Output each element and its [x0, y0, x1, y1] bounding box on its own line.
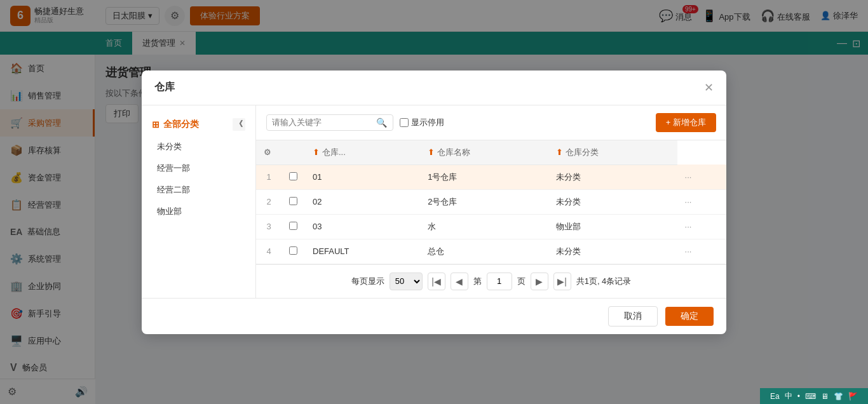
taskbar-icon-2[interactable]: • — [797, 392, 800, 401]
table-row[interactable]: 1 01 1号仓库 未分类 ··· — [256, 165, 726, 189]
search-input[interactable] — [272, 118, 374, 127]
taskbar: Ea 中 • ⌨ 🖥 👕 🚩 — [760, 388, 868, 404]
table-panel: 🔍 显示停用 + 新增仓库 ⚙ — [256, 105, 726, 298]
confirm-button[interactable]: 确定 — [665, 307, 714, 326]
row-2-checkbox[interactable] — [281, 189, 305, 214]
cancel-button[interactable]: 取消 — [608, 306, 658, 327]
tree-all-category[interactable]: ⊞ 全部分类 《 — [142, 113, 255, 136]
row-3-checkbox[interactable] — [281, 214, 305, 239]
row-2-name: 2号仓库 — [420, 189, 548, 214]
next-page-button[interactable]: ▶ — [531, 273, 548, 290]
table-row[interactable]: 4 DEFAULT 总仓 未分类 ··· — [256, 239, 726, 264]
per-page-label: 每页显示 — [351, 276, 384, 287]
show-disabled-label: 显示停用 — [411, 117, 444, 128]
modal-header: 仓库 ✕ — [142, 71, 726, 105]
grid-icon: ⊞ — [152, 119, 159, 130]
warehouse-table: ⚙ ⬆仓库... ⬆仓库名称 ⬆仓库分类 1 01 — [256, 140, 726, 264]
taskbar-icon-3[interactable]: ⌨ — [805, 392, 816, 401]
col-checkbox — [281, 140, 305, 165]
row-4-category: 未分类 — [548, 239, 677, 264]
tree-collapse-button[interactable]: 《 — [233, 118, 245, 131]
show-disabled-checkbox[interactable] — [400, 118, 409, 127]
gear-icon: ⚙ — [264, 147, 271, 157]
row-4-checkbox[interactable] — [281, 239, 305, 264]
taskbar-icon-5[interactable]: 👕 — [834, 392, 843, 401]
add-warehouse-button[interactable]: + 新增仓库 — [656, 113, 716, 132]
table-body: 1 01 1号仓库 未分类 ··· 2 02 2 — [256, 165, 726, 264]
col-category: ⬆仓库分类 — [548, 140, 677, 165]
row-1-code: 01 — [305, 165, 420, 189]
table-toolbar: 🔍 显示停用 + 新增仓库 — [256, 105, 726, 140]
prev-page-button[interactable]: ◀ — [451, 273, 468, 290]
row-4-more[interactable]: ··· — [677, 239, 726, 264]
show-disabled-wrap: 显示停用 — [400, 117, 444, 128]
row-3-num: 3 — [256, 214, 281, 239]
row-1-num: 1 — [256, 165, 281, 189]
page-word: 第 — [473, 276, 482, 287]
taskbar-label: Ea — [770, 392, 780, 401]
last-page-button[interactable]: ▶| — [553, 273, 571, 290]
row-4-code: DEFAULT — [305, 239, 420, 264]
table-row[interactable]: 3 03 水 物业部 ··· — [256, 214, 726, 239]
table-header: ⚙ ⬆仓库... ⬆仓库名称 ⬆仓库分类 — [256, 140, 726, 165]
page-input[interactable] — [487, 273, 512, 290]
col-name: ⬆仓库名称 — [420, 140, 548, 165]
row-4-num: 4 — [256, 239, 281, 264]
first-page-button[interactable]: |◀ — [428, 273, 445, 290]
row-3-code: 03 — [305, 214, 420, 239]
page-label: 页 — [517, 276, 526, 287]
category-tree-panel: ⊞ 全部分类 《 未分类 经营一部 经营二部 物业部 — [142, 105, 256, 298]
tree-item-dept2[interactable]: 经营二部 — [142, 179, 255, 201]
tree-item-property[interactable]: 物业部 — [142, 201, 255, 222]
taskbar-icon-4[interactable]: 🖥 — [821, 392, 829, 401]
warehouse-modal: 仓库 ✕ ⊞ 全部分类 《 未分类 经营一部 经营二部 物业部 — [142, 71, 726, 334]
row-1-name: 1号仓库 — [420, 165, 548, 189]
col-code: ⬆仓库... — [305, 140, 420, 165]
table-row[interactable]: 2 02 2号仓库 未分类 ··· — [256, 189, 726, 214]
row-2-more[interactable]: ··· — [677, 189, 726, 214]
row-2-category: 未分类 — [548, 189, 677, 214]
row-3-name: 水 — [420, 214, 548, 239]
row-1-more[interactable]: ··· — [677, 165, 726, 189]
warehouse-data-table: ⚙ ⬆仓库... ⬆仓库名称 ⬆仓库分类 1 01 — [256, 140, 726, 264]
search-icon: 🔍 — [376, 118, 387, 128]
taskbar-icon-6[interactable]: 🚩 — [848, 392, 858, 401]
taskbar-icon-1[interactable]: 中 — [785, 391, 792, 401]
row-2-num: 2 — [256, 189, 281, 214]
col-gear: ⚙ — [256, 140, 281, 165]
pagination: 每页显示 50 20 100 |◀ ◀ 第 页 ▶ ▶| 共1页, 4条记录 — [256, 264, 726, 298]
search-input-wrap: 🔍 — [266, 114, 393, 131]
modal-close-button[interactable]: ✕ — [704, 81, 714, 95]
tree-item-dept1[interactable]: 经营一部 — [142, 158, 255, 179]
row-1-category: 未分类 — [548, 165, 677, 189]
modal-footer: 取消 确定 — [142, 298, 726, 334]
row-3-more[interactable]: ··· — [677, 214, 726, 239]
modal-title: 仓库 — [154, 81, 175, 94]
row-4-name: 总仓 — [420, 239, 548, 264]
modal-body: ⊞ 全部分类 《 未分类 经营一部 经营二部 物业部 🔍 — [142, 105, 726, 298]
row-3-category: 物业部 — [548, 214, 677, 239]
per-page-select[interactable]: 50 20 100 — [390, 273, 423, 290]
tree-item-unclassified[interactable]: 未分类 — [142, 136, 255, 158]
total-info: 共1页, 4条记录 — [576, 276, 632, 287]
modal-overlay: 仓库 ✕ ⊞ 全部分类 《 未分类 经营一部 经营二部 物业部 — [0, 0, 868, 404]
row-2-code: 02 — [305, 189, 420, 214]
row-1-checkbox[interactable] — [281, 165, 305, 189]
tree-all-label: 全部分类 — [163, 119, 199, 130]
